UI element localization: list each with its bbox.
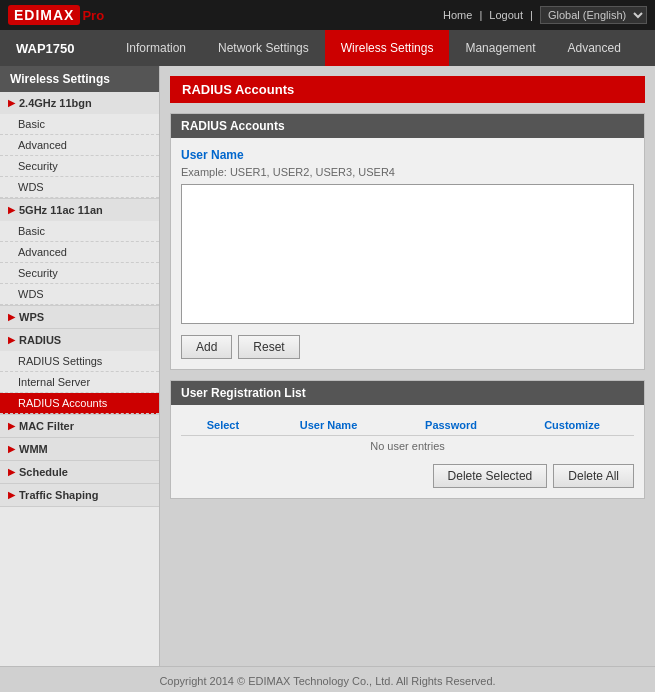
edimax-logo: EDIMAX (8, 5, 80, 25)
logout-link[interactable]: Logout (489, 9, 523, 21)
arrow-icon-schedule: ▶ (8, 467, 15, 477)
delete-buttons: Delete Selected Delete All (181, 464, 634, 488)
content-area: RADIUS Accounts RADIUS Accounts User Nam… (160, 66, 655, 666)
sidebar-section-traffic-shaping: ▶ Traffic Shaping (0, 484, 159, 507)
arrow-icon-wps: ▶ (8, 312, 15, 322)
sidebar-section-header-wps[interactable]: ▶ WPS (0, 306, 159, 328)
sidebar-section-schedule: ▶ Schedule (0, 461, 159, 484)
copyright-text: Copyright 2014 © EDIMAX Technology Co., … (159, 675, 495, 687)
sidebar-section-24ghz: ▶ 2.4GHz 11bgn Basic Advanced Security W… (0, 92, 159, 199)
no-entries-text: No user entries (181, 436, 634, 457)
sidebar-item-radius-settings[interactable]: RADIUS Settings (0, 351, 159, 372)
user-reg-card-body: Select User Name Password Customize No u… (171, 405, 644, 498)
sidebar-section-header-wmm[interactable]: ▶ WMM (0, 438, 159, 460)
sidebar-section-wps: ▶ WPS (0, 306, 159, 329)
username-field-hint: Example: USER1, USER2, USER3, USER4 (181, 166, 634, 178)
home-link[interactable]: Home (443, 9, 472, 21)
user-reg-table: Select User Name Password Customize No u… (181, 415, 634, 456)
nav-network-settings[interactable]: Network Settings (202, 30, 325, 66)
username-field-label: User Name (181, 148, 634, 162)
user-reg-card-header: User Registration List (171, 381, 644, 405)
sidebar-item-internal-server[interactable]: Internal Server (0, 372, 159, 393)
sidebar-section-header-radius[interactable]: ▶ RADIUS (0, 329, 159, 351)
pro-logo: Pro (82, 8, 104, 23)
sidebar-item-radius-accounts[interactable]: RADIUS Accounts (0, 393, 159, 414)
sidebar-section-5ghz: ▶ 5GHz 11ac 11an Basic Advanced Security… (0, 199, 159, 306)
nav-items: Information Network Settings Wireless Se… (110, 30, 655, 66)
sidebar-section-header-24ghz[interactable]: ▶ 2.4GHz 11bgn (0, 92, 159, 114)
col-password: Password (392, 415, 510, 436)
sidebar-section-header-traffic-shaping[interactable]: ▶ Traffic Shaping (0, 484, 159, 506)
nav-wireless-settings[interactable]: Wireless Settings (325, 30, 450, 66)
sidebar-section-wmm: ▶ WMM (0, 438, 159, 461)
col-username: User Name (265, 415, 392, 436)
nav-bar: WAP1750 Information Network Settings Wir… (0, 30, 655, 66)
sidebar-item-24ghz-advanced[interactable]: Advanced (0, 135, 159, 156)
sidebar-item-5ghz-advanced[interactable]: Advanced (0, 242, 159, 263)
sidebar-section-header-mac-filter[interactable]: ▶ MAC Filter (0, 415, 159, 437)
model-label: WAP1750 (0, 41, 110, 56)
col-customize: Customize (510, 415, 634, 436)
form-buttons: Add Reset (181, 335, 634, 359)
footer: Copyright 2014 © EDIMAX Technology Co., … (0, 666, 655, 692)
sidebar-item-5ghz-basic[interactable]: Basic (0, 221, 159, 242)
nav-advanced[interactable]: Advanced (551, 30, 636, 66)
radius-accounts-card: RADIUS Accounts User Name Example: USER1… (170, 113, 645, 370)
user-reg-card: User Registration List Select User Name … (170, 380, 645, 499)
sidebar-item-24ghz-security[interactable]: Security (0, 156, 159, 177)
sidebar-section-header-5ghz[interactable]: ▶ 5GHz 11ac 11an (0, 199, 159, 221)
sidebar-section-mac-filter: ▶ MAC Filter (0, 415, 159, 438)
sidebar-section-header-schedule[interactable]: ▶ Schedule (0, 461, 159, 483)
page-title: RADIUS Accounts (170, 76, 645, 103)
language-select[interactable]: Global (English) (540, 6, 647, 24)
col-select: Select (181, 415, 265, 436)
logo: EDIMAX Pro (8, 5, 104, 25)
sidebar-item-24ghz-wds[interactable]: WDS (0, 177, 159, 198)
sidebar-item-5ghz-security[interactable]: Security (0, 263, 159, 284)
arrow-icon-traffic: ▶ (8, 490, 15, 500)
arrow-icon-wmm: ▶ (8, 444, 15, 454)
arrow-icon-radius: ▶ (8, 335, 15, 345)
delete-all-button[interactable]: Delete All (553, 464, 634, 488)
nav-information[interactable]: Information (110, 30, 202, 66)
reset-button[interactable]: Reset (238, 335, 299, 359)
top-links: Home | Logout | Global (English) (443, 6, 647, 24)
delete-selected-button[interactable]: Delete Selected (433, 464, 548, 488)
table-row-no-entries: No user entries (181, 436, 634, 457)
nav-management[interactable]: Management (449, 30, 551, 66)
sidebar-item-5ghz-wds[interactable]: WDS (0, 284, 159, 305)
sidebar: Wireless Settings ▶ 2.4GHz 11bgn Basic A… (0, 66, 160, 666)
radius-accounts-card-body: User Name Example: USER1, USER2, USER3, … (171, 138, 644, 369)
sidebar-title: Wireless Settings (0, 66, 159, 92)
arrow-icon-5ghz: ▶ (8, 205, 15, 215)
sidebar-section-radius: ▶ RADIUS RADIUS Settings Internal Server… (0, 329, 159, 415)
add-button[interactable]: Add (181, 335, 232, 359)
arrow-icon-mac: ▶ (8, 421, 15, 431)
radius-accounts-card-header: RADIUS Accounts (171, 114, 644, 138)
sidebar-item-24ghz-basic[interactable]: Basic (0, 114, 159, 135)
username-textarea[interactable] (181, 184, 634, 324)
arrow-icon-24ghz: ▶ (8, 98, 15, 108)
